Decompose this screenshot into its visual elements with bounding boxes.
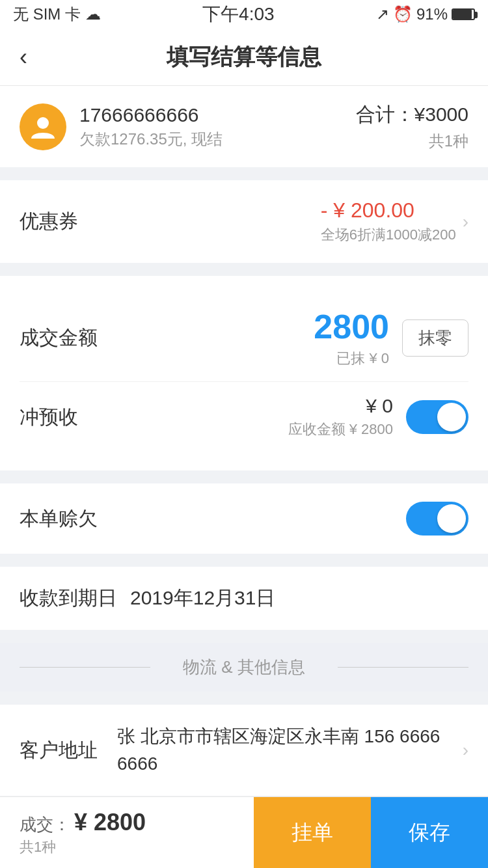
round-off-button[interactable]: 抹零 [402, 319, 468, 357]
status-right: ↗ ⏰ 91% [376, 5, 475, 23]
bad-debt-section: 本单赊欠 [0, 483, 488, 554]
deal-amount-label: 成交金额 [20, 325, 98, 351]
section-divider: 物流 & 其他信息 [0, 643, 488, 692]
deal-amount-sub: 已抹 ¥ 0 [314, 349, 389, 368]
bad-debt-toggle[interactable] [406, 502, 468, 536]
alarm-icon: ⏰ [393, 5, 413, 23]
pre-pay-values: ¥ 0 应收金额 ¥ 2800 [288, 395, 393, 439]
deal-amount-right: 2800 已抹 ¥ 0 抹零 [314, 307, 468, 368]
address-label: 客户地址 [20, 737, 98, 764]
location-icon: ↗ [376, 5, 389, 23]
bottom-deal-amount: ¥ 2800 [74, 809, 146, 836]
battery-icon [452, 8, 475, 20]
total-amount: 合计：¥3000 [356, 102, 468, 128]
divider-line-left [20, 667, 150, 668]
bottom-bar: 成交： ¥ 2800 共1种 挂单 保存 [0, 796, 488, 868]
pre-pay-toggle[interactable] [406, 400, 468, 434]
status-time: 下午4:03 [202, 2, 275, 27]
pre-pay-label: 冲预收 [20, 404, 78, 431]
nav-bar: ‹ 填写结算等信息 [0, 29, 488, 86]
sim-status: 无 SIM 卡 ☁ [13, 4, 101, 25]
address-section[interactable]: 客户地址 张 北京市市辖区海淀区永丰南 156 6666 6666 › [0, 705, 488, 796]
divider-line-right [338, 667, 468, 668]
status-left: 无 SIM 卡 ☁ [13, 4, 101, 25]
bottom-info: 成交： ¥ 2800 共1种 [0, 797, 254, 868]
chevron-right-icon: › [463, 211, 468, 232]
coupon-row[interactable]: 优惠券 - ¥ 200.00 全场6折满1000减200 › [0, 180, 488, 263]
page-title: 填写结算等信息 [167, 42, 321, 72]
user-left: 17666666666 欠款1276.35元, 现结 [20, 103, 223, 150]
pre-pay-row: 冲预收 ¥ 0 应收金额 ¥ 2800 [20, 381, 468, 452]
user-sub-text: 欠款1276.35元, 现结 [79, 129, 223, 150]
pre-pay-right: ¥ 0 应收金额 ¥ 2800 [288, 395, 468, 439]
due-date-label: 收款到期日 [20, 585, 117, 612]
bottom-deal-count: 共1种 [20, 837, 234, 857]
total-count: 共1种 [356, 131, 468, 152]
save-button[interactable]: 保存 [371, 797, 488, 868]
coupon-description: 全场6折满1000减200 [321, 225, 456, 245]
deal-amount-value-wrap: 2800 已抹 ¥ 0 [314, 307, 389, 368]
bad-debt-label: 本单赊欠 [20, 506, 98, 532]
main-content: 17666666666 欠款1276.35元, 现结 合计：¥3000 共1种 … [0, 86, 488, 868]
coupon-discount: - ¥ 200.00 [321, 198, 456, 223]
address-value: 张 北京市市辖区海淀区永丰南 156 6666 6666 [117, 723, 463, 778]
deal-amount-row: 成交金额 2800 已抹 ¥ 0 抹零 [20, 294, 468, 381]
coupon-label: 优惠券 [20, 208, 78, 235]
bottom-deal-label: 成交： [20, 813, 70, 836]
address-chevron-icon: › [463, 740, 468, 761]
due-date-section: 收款到期日 2019年12月31日 [0, 567, 488, 630]
svg-point-0 [37, 117, 49, 129]
user-total: 合计：¥3000 共1种 [356, 102, 468, 152]
coupon-right-info: - ¥ 200.00 全场6折满1000减200 [321, 198, 456, 245]
back-button[interactable]: ‹ [20, 44, 27, 71]
pending-button[interactable]: 挂单 [254, 797, 371, 868]
user-phone: 17666666666 [79, 104, 223, 126]
pre-pay-amount: ¥ 0 [288, 395, 393, 417]
due-date-value: 2019年12月31日 [130, 585, 275, 612]
due-date-row: 收款到期日 2019年12月31日 [20, 585, 468, 612]
user-info-card: 17666666666 欠款1276.35元, 现结 合计：¥3000 共1种 [0, 86, 488, 167]
amount-section: 成交金额 2800 已抹 ¥ 0 抹零 冲预收 ¥ 0 应收金额 ¥ 2800 [0, 276, 488, 470]
status-bar: 无 SIM 卡 ☁ 下午4:03 ↗ ⏰ 91% [0, 0, 488, 29]
divider-text: 物流 & 其他信息 [183, 656, 305, 679]
pre-pay-receivable: 应收金额 ¥ 2800 [288, 420, 393, 439]
battery-status: 91% [416, 5, 448, 23]
user-info-text: 17666666666 欠款1276.35元, 现结 [79, 104, 223, 150]
deal-amount-value: 2800 [314, 307, 389, 346]
avatar [20, 103, 66, 150]
